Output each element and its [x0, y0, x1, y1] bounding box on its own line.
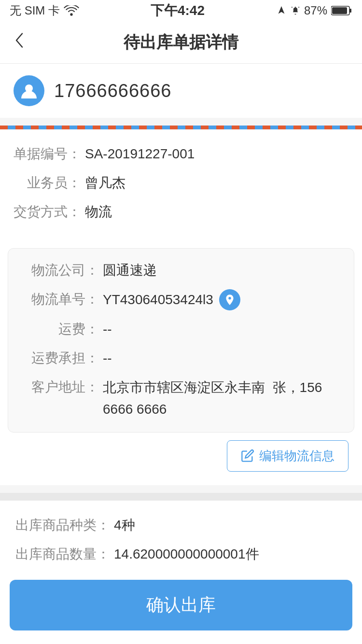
salesperson-value: 曾凡杰 — [85, 173, 348, 193]
logistics-company-row: 物流公司： 圆通速递 — [22, 260, 340, 280]
section-divider — [0, 493, 362, 501]
status-right: 87% — [276, 4, 352, 17]
tracking-value: YT43064053424l3 — [103, 289, 340, 310]
product-quantity-value: 14.620000000000001件 — [114, 544, 348, 564]
address-row: 客户地址： 北京市市辖区海淀区永丰南 张，156 6666 6666 — [22, 377, 340, 420]
order-no-label: 单据编号： — [14, 144, 81, 164]
battery-icon — [331, 5, 352, 16]
product-types-row: 出库商品种类： 4种 — [14, 515, 348, 535]
customer-phone: 17666666666 — [54, 81, 171, 101]
freight-bearer-row: 运费承担： -- — [22, 348, 340, 368]
delivery-method-label: 交货方式： — [14, 202, 81, 222]
product-quantity-label: 出库商品数量： — [14, 544, 110, 564]
product-types-label: 出库商品种类： — [14, 515, 110, 535]
freight-label: 运费： — [22, 319, 99, 339]
freight-value: -- — [103, 319, 340, 339]
delivery-method-value: 物流 — [85, 202, 348, 222]
product-quantity-row: 出库商品数量： 14.620000000000001件 — [14, 544, 348, 564]
battery-text: 87% — [304, 4, 327, 17]
freight-row: 运费： -- — [22, 319, 340, 339]
logistics-company-label: 物流公司： — [22, 260, 99, 280]
salesperson-label: 业务员： — [14, 173, 81, 193]
edit-icon — [241, 449, 254, 462]
product-types-value: 4种 — [114, 515, 348, 535]
svg-rect-1 — [349, 9, 351, 13]
address-label: 客户地址： — [22, 377, 99, 397]
edit-logistics-button[interactable]: 编辑物流信息 — [227, 440, 348, 472]
avatar — [14, 75, 44, 106]
order-no-row: 单据编号： SA-20191227-001 — [14, 144, 348, 164]
status-left: 无 SIM 卡 — [10, 3, 79, 18]
back-button[interactable] — [14, 30, 25, 54]
freight-bearer-label: 运费承担： — [22, 348, 99, 368]
salesperson-row: 业务员： 曾凡杰 — [14, 173, 348, 193]
product-section: 出库商品种类： 4种 出库商品数量： 14.620000000000001件 — [0, 501, 362, 583]
dashed-divider — [0, 126, 362, 129]
delivery-method-row: 交货方式： 物流 — [14, 202, 348, 222]
order-no-value: SA-20191227-001 — [85, 144, 348, 164]
freight-bearer-value: -- — [103, 348, 340, 368]
tracking-label: 物流单号： — [22, 289, 99, 309]
address-value: 北京市市辖区海淀区永丰南 张，156 6666 6666 — [103, 377, 340, 420]
customer-header: 17666666666 — [0, 64, 362, 118]
tracking-row: 物流单号： YT43064053424l3 — [22, 289, 340, 310]
edit-btn-row: 编辑物流信息 — [0, 440, 362, 485]
location-arrow-icon — [276, 5, 287, 16]
logistics-card: 物流公司： 圆通速递 物流单号： YT43064053424l3 运费： -- — [8, 248, 354, 433]
order-info-section: 单据编号： SA-20191227-001 业务员： 曾凡杰 交货方式： 物流 … — [0, 129, 362, 485]
wifi-icon — [64, 5, 79, 16]
svg-rect-2 — [332, 7, 347, 14]
status-bar: 无 SIM 卡 下午4:42 87% — [0, 0, 362, 21]
confirm-button[interactable]: 确认出库 — [10, 580, 352, 630]
status-time: 下午4:42 — [151, 1, 205, 20]
page-title: 待出库单据详情 — [124, 31, 238, 54]
alarm-icon — [291, 5, 300, 16]
bottom-area: 确认出库 — [0, 574, 362, 644]
edit-logistics-label: 编辑物流信息 — [259, 448, 334, 464]
location-button[interactable] — [219, 289, 240, 310]
carrier-text: 无 SIM 卡 — [10, 3, 60, 18]
logistics-company-value: 圆通速递 — [103, 260, 340, 280]
nav-bar: 待出库单据详情 — [0, 21, 362, 64]
